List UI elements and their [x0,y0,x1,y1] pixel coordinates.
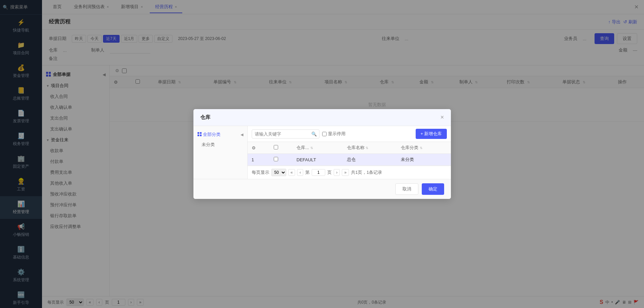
modal-header: 仓库 × [193,109,451,126]
show-disabled-text: 显示停用 [328,131,346,137]
modal-body: 全部分类 ◀ 未分类 🔍 显示停用 + 新增仓库 [193,126,451,179]
modal-col-code: 仓库... ⇅ [292,142,342,154]
modal-title: 仓库 [200,114,210,121]
modal-row-checkbox[interactable] [274,157,278,161]
modal-table-wrap: ⚙ 仓库... ⇅ 仓库名称 ⇅ 仓库分类 ⇅ 1 DEFA [248,142,451,166]
warehouse-modal: 仓库 × 全部分类 ◀ 未分类 [193,109,451,199]
modal-col-name: 仓库名称 ⇅ [343,142,397,154]
modal-overlay[interactable]: 仓库 × 全部分类 ◀ 未分类 [0,0,644,308]
modal-row-category: 未分类 [397,154,451,166]
collapse-modal-left-icon[interactable]: ◀ [241,132,243,137]
cancel-button[interactable]: 取消 [395,183,418,195]
modal-row-checkbox-cell [270,154,292,166]
modal-table-head: ⚙ 仓库... ⇅ 仓库名称 ⇅ 仓库分类 ⇅ [248,142,451,154]
svg-rect-6 [198,135,199,136]
modal-table: ⚙ 仓库... ⇅ 仓库名称 ⇅ 仓库分类 ⇅ 1 DEFA [248,142,451,166]
modal-total-info: 共1页，1条记录 [351,169,382,176]
modal-all-category[interactable]: 全部分类 ◀ [193,129,247,140]
modal-th-checkbox[interactable] [274,145,278,149]
all-category-label: 全部分类 [203,131,221,138]
category-grid-icon [198,132,202,137]
add-warehouse-button[interactable]: + 新增仓库 [416,129,446,139]
svg-rect-7 [200,135,202,136]
confirm-button[interactable]: 确定 [422,183,444,195]
modal-search-icon[interactable]: 🔍 [311,131,317,137]
table-row[interactable]: 1 DEFAULT 总仓 未分类 [248,154,451,166]
modal-search-input[interactable] [252,129,319,139]
modal-per-page-select[interactable]: 50 [271,169,286,176]
modal-prev-btn[interactable]: ‹ [297,169,303,176]
modal-right: 🔍 显示停用 + 新增仓库 ⚙ [248,126,451,179]
modal-page-input[interactable] [312,169,325,176]
modal-footer: 取消 确定 [193,179,451,199]
modal-page-label: 页 [327,169,332,176]
modal-page-label-pre: 第 [305,169,310,176]
modal-row-name: 总仓 [343,154,397,166]
modal-category-unclassified[interactable]: 未分类 [193,140,247,150]
modal-per-page-label: 每页显示 [252,169,269,176]
modal-first-btn[interactable]: « [288,169,295,176]
modal-category-panel: 全部分类 ◀ 未分类 [193,126,248,179]
show-disabled-checkbox[interactable] [322,132,327,136]
modal-col-category: 仓库分类 ⇅ [397,142,451,154]
modal-table-body: 1 DEFAULT 总仓 未分类 [248,154,451,166]
modal-col-checkbox [270,142,292,154]
modal-row-index: 1 [248,154,270,166]
modal-toolbar: 🔍 显示停用 + 新增仓库 [248,126,451,142]
svg-rect-4 [198,132,199,134]
modal-row-code: DEFAULT [292,154,342,166]
show-disabled-label[interactable]: 显示停用 [322,131,346,137]
svg-rect-5 [200,132,202,134]
modal-close-button[interactable]: × [440,114,444,121]
modal-pagination: 每页显示 50 « ‹ 第 页 › » 共1页，1条记录 [248,166,451,179]
modal-col-settings: ⚙ [248,142,270,154]
modal-next-btn[interactable]: › [334,169,340,176]
modal-last-btn[interactable]: » [342,169,349,176]
modal-search-wrap: 🔍 [252,129,319,139]
